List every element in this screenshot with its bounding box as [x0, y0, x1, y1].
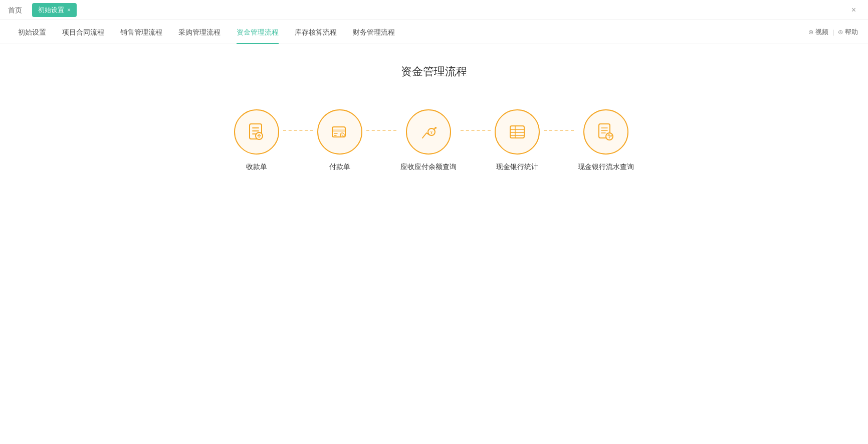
cashbank-label: 现金银行统计 [496, 163, 538, 172]
nav-divider: | [832, 28, 834, 36]
page-title: 资金管理流程 [401, 64, 467, 79]
svg-text:¥: ¥ [341, 133, 343, 137]
flow-item-receipt[interactable]: ¥ 收款单 [234, 109, 279, 172]
main-content: 资金管理流程 ¥ 收款单 [0, 44, 868, 192]
flow-item-cashbank[interactable]: 现金银行统计 [495, 109, 540, 172]
flow-item-balance[interactable]: ¥ 应收应付余额查询 [400, 109, 457, 172]
connector-2 [362, 130, 400, 131]
nav-item-finance[interactable]: 财务管理流程 [345, 20, 403, 44]
payment-label: 付款单 [329, 163, 350, 172]
balance-label: 应收应付余额查询 [400, 163, 457, 172]
nav-item-capital[interactable]: 资金管理流程 [229, 20, 287, 44]
active-tab[interactable]: 初始设置 × [32, 3, 77, 17]
top-bar-right: × [841, 6, 868, 15]
svg-rect-9 [510, 126, 524, 138]
receipt-icon-circle[interactable]: ¥ [234, 109, 279, 155]
cashbank-icon [506, 121, 528, 143]
active-tab-close[interactable]: × [67, 7, 71, 14]
balance-icon: ¥ [417, 121, 440, 143]
balance-icon-circle[interactable]: ¥ [406, 109, 451, 155]
top-bar: 首页 初始设置 × × [0, 0, 868, 20]
payment-icon-circle[interactable]: ¥ [317, 109, 362, 155]
svg-text:¥: ¥ [430, 130, 433, 135]
flow-item-payment[interactable]: ¥ 付款单 [317, 109, 362, 172]
flow-item-statement[interactable]: ¥ 现金银行流水查询 [578, 109, 634, 172]
statement-icon: ¥ [595, 121, 617, 143]
flow-container: ¥ 收款单 ¥ 付款单 [234, 109, 634, 172]
payment-icon: ¥ [329, 121, 351, 143]
nav-item-project[interactable]: 项目合同流程 [54, 20, 112, 44]
home-tab[interactable]: 首页 [0, 0, 30, 20]
receipt-label: 收款单 [246, 163, 267, 172]
connector-4 [540, 130, 578, 131]
statement-icon-circle[interactable]: ¥ [583, 109, 628, 155]
connector-3 [457, 130, 495, 131]
nav-item-inventory[interactable]: 库存核算流程 [287, 20, 345, 44]
connector-1 [279, 130, 317, 131]
svg-rect-4 [332, 129, 345, 132]
statement-label: 现金银行流水查询 [578, 163, 634, 172]
nav-bar: 初始设置 项目合同流程 销售管理流程 采购管理流程 资金管理流程 库存核算流程 … [0, 20, 868, 44]
nav-item-sales[interactable]: 销售管理流程 [112, 20, 170, 44]
nav-item-initial[interactable]: 初始设置 [10, 20, 54, 44]
nav-item-purchase[interactable]: 采购管理流程 [170, 20, 229, 44]
active-tab-label: 初始设置 [38, 6, 64, 15]
receipt-icon: ¥ [246, 121, 268, 143]
video-link[interactable]: ⊙ 视频 [808, 28, 828, 37]
nav-right-actions: ⊙ 视频 | ⊙ 帮助 [808, 28, 858, 37]
window-close-button[interactable]: × [851, 6, 860, 15]
cashbank-icon-circle[interactable] [495, 109, 540, 155]
help-link[interactable]: ⊙ 帮助 [838, 28, 858, 37]
